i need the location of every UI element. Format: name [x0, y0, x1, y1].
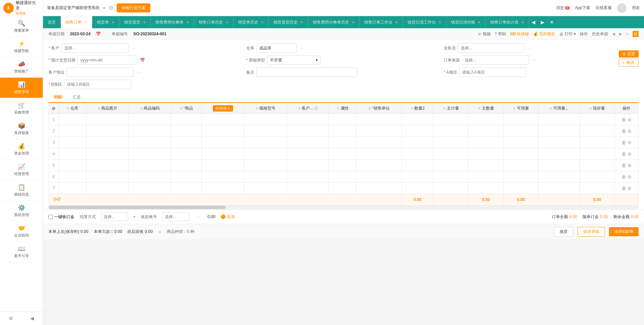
- sidebar-settings-btn[interactable]: ⚙: [7, 314, 14, 322]
- row-cell[interactable]: [580, 137, 615, 148]
- video-btn[interactable]: ⊙ 视频: [478, 31, 490, 37]
- row-cell[interactable]: [402, 160, 433, 171]
- tab-goods-history[interactable]: 销货单历史 ✕: [233, 16, 269, 28]
- row-cell[interactable]: [468, 171, 503, 182]
- row-cell[interactable]: [287, 171, 329, 182]
- row-delete-icon[interactable]: 🗑: [621, 128, 626, 134]
- row-cell[interactable]: [538, 182, 580, 194]
- row-cell[interactable]: [538, 137, 580, 148]
- row-cell[interactable]: [171, 182, 202, 194]
- tab-return-history[interactable]: 销货退货历史 ✕: [269, 16, 308, 28]
- row-cell[interactable]: [329, 137, 356, 148]
- row-cell[interactable]: [287, 160, 329, 171]
- row-cell[interactable]: [468, 114, 503, 125]
- row-cell[interactable]: [503, 171, 538, 182]
- sidebar-item-system[interactable]: ⚙️ 系统管理: [0, 201, 43, 221]
- sidebar-item-search[interactable]: 🔍 搜索菜单: [0, 16, 43, 37]
- arrow-left-btn[interactable]: ◀: [612, 32, 615, 36]
- payment-input[interactable]: [101, 212, 128, 221]
- tab-close-fee-history[interactable]: ✕: [352, 21, 354, 24]
- row-cell[interactable]: [59, 148, 86, 160]
- row-cell[interactable]: [129, 182, 171, 194]
- row-cell[interactable]: [356, 125, 402, 137]
- salesperson-more-btn[interactable]: ···: [528, 46, 532, 50]
- salesperson-input[interactable]: [458, 43, 525, 53]
- row-cell[interactable]: [201, 125, 244, 137]
- row-cell[interactable]: [402, 125, 433, 137]
- row-cell[interactable]: [356, 160, 402, 171]
- row-cell[interactable]: [356, 137, 402, 148]
- b-project-input[interactable]: [64, 80, 131, 89]
- account-input[interactable]: [162, 212, 189, 221]
- row-cell[interactable]: [468, 148, 503, 160]
- topbar-settings-icon[interactable]: ⚙: [109, 5, 113, 11]
- tab-cash-workbench[interactable]: 钱货日清工作台 ✕: [403, 16, 446, 28]
- tab-order-workbench[interactable]: 销售订单工作台 ✕: [359, 16, 403, 28]
- row-cell[interactable]: [171, 160, 202, 171]
- sidebar-item-base[interactable]: 📋 基础信息: [0, 180, 43, 201]
- account-more-btn[interactable]: ···: [196, 214, 199, 219]
- discard-btn[interactable]: 放弃: [554, 227, 573, 237]
- row-cell[interactable]: [329, 148, 356, 160]
- row-cell[interactable]: [538, 148, 580, 160]
- goods-count-icon[interactable]: ⊙: [158, 230, 161, 234]
- row-cell[interactable]: [580, 182, 615, 194]
- row-delete-icon[interactable]: 🗑: [621, 151, 626, 157]
- row-cell[interactable]: [171, 125, 202, 137]
- tab-return[interactable]: 销货退货 ✕: [119, 16, 151, 28]
- row-cell[interactable]: [356, 114, 402, 125]
- row-cell[interactable]: [201, 148, 244, 160]
- table-scrollbar[interactable]: [48, 205, 639, 209]
- tab-sales-goods[interactable]: 销货单 ✕: [92, 16, 119, 28]
- tab-close-order-workbench[interactable]: ✕: [395, 21, 398, 24]
- tab-close-return[interactable]: ✕: [143, 21, 146, 24]
- tab-close-sales-goods[interactable]: ✕: [112, 21, 114, 24]
- row-cell[interactable]: [580, 114, 615, 125]
- row-cell[interactable]: [86, 171, 128, 182]
- panel-tab-summary[interactable]: 汇总: [67, 92, 86, 103]
- tab-sales-order[interactable]: 销售订单 ✕: [61, 16, 92, 28]
- row-cell[interactable]: [356, 148, 402, 160]
- tab-close-cash-reconcile[interactable]: ✕: [478, 21, 481, 24]
- row-cell[interactable]: [503, 148, 538, 160]
- save-new-btn[interactable]: 保存&新增: [609, 227, 639, 236]
- row-cell[interactable]: [59, 114, 86, 125]
- row-cell[interactable]: [538, 125, 580, 137]
- row-cell[interactable]: [244, 182, 287, 194]
- tab-close-goods-history[interactable]: ✕: [261, 21, 264, 24]
- row-cell[interactable]: [433, 148, 468, 160]
- row-copy-icon[interactable]: ⊕: [628, 128, 632, 134]
- one-click-checkbox[interactable]: [48, 215, 53, 219]
- row-cell[interactable]: [503, 160, 538, 171]
- tab-next-btn[interactable]: ▶: [538, 19, 547, 25]
- row-cell[interactable]: [171, 114, 202, 125]
- row-cell[interactable]: [580, 160, 615, 171]
- tab-cash-reconcile[interactable]: 钱货日清对账 ✕: [446, 16, 486, 28]
- sidebar-item-quicknav[interactable]: ⚡ 快捷导航: [0, 37, 43, 57]
- message-btn[interactable]: 消息 9: [556, 5, 570, 11]
- row-cell[interactable]: [433, 114, 468, 125]
- row-cell[interactable]: [129, 137, 171, 148]
- sidebar-item-marketing[interactable]: 📣 营销推广: [0, 57, 43, 78]
- profit-btn[interactable]: 💰 毛利预告: [533, 31, 555, 37]
- sidebar-item-collab[interactable]: 🤝 企业协同: [0, 221, 43, 242]
- tab-close-cash-workbench[interactable]: ✕: [439, 21, 441, 24]
- row-cell[interactable]: [329, 182, 356, 194]
- row-cell[interactable]: [329, 160, 356, 171]
- delivery-date-input[interactable]: [77, 55, 138, 65]
- sidebar-item-inventory[interactable]: 📦 库存核算: [0, 119, 43, 139]
- tab-order-history[interactable]: 销售订单历史 ✕: [194, 16, 233, 28]
- user-label[interactable]: 用友: [632, 5, 640, 11]
- row-cell[interactable]: [129, 125, 171, 137]
- row-cell[interactable]: [201, 160, 244, 171]
- row-cell[interactable]: [86, 114, 128, 125]
- row-cell[interactable]: [129, 114, 171, 125]
- online-service-btn[interactable]: 在线客服: [596, 5, 612, 11]
- row-delete-icon[interactable]: 🗑: [621, 174, 626, 179]
- row-cell[interactable]: [433, 182, 468, 194]
- row-cell[interactable]: [171, 148, 202, 160]
- tab-sales-report[interactable]: 销售订单统计表 ✕: [486, 16, 529, 28]
- row-copy-icon[interactable]: ⊕: [628, 140, 632, 145]
- row-cell[interactable]: [433, 137, 468, 148]
- one-click-label[interactable]: 一键收订金: [48, 214, 74, 220]
